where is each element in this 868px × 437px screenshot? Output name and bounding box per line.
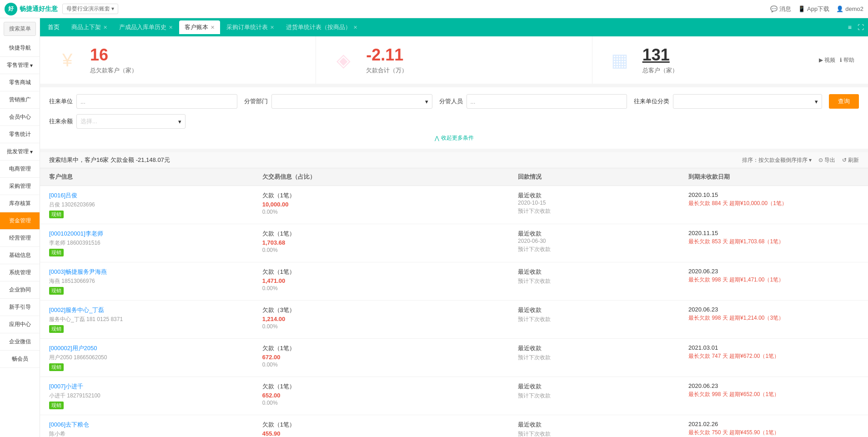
client-name-link-6[interactable]: [0007]小进千: [49, 383, 83, 390]
tab-purchase-stats[interactable]: 采购订单统计表 ✕: [221, 20, 280, 34]
client-tag-2: 现销: [49, 249, 64, 256]
sidebar-item-app-center[interactable]: 应用中心: [0, 316, 40, 333]
debt-info-3: 欠款（1笔） 1,471.00 0.00%: [262, 268, 518, 291]
sidebar-item-label: 零售管理: [7, 61, 29, 69]
sidebar-item-marketing[interactable]: 营销推广: [0, 91, 40, 109]
client-name-link-1[interactable]: [0016]吕俊: [49, 192, 77, 199]
user-avatar[interactable]: 👤 demo2: [836, 5, 863, 12]
tab-inbound-stats[interactable]: 进货单统计表（按商品） ✕: [281, 20, 363, 34]
sort-button[interactable]: 排序：按欠款金额倒序排序 ▾: [742, 156, 812, 164]
sidebar-item-wechat[interactable]: 企业微信: [0, 333, 40, 351]
category-select[interactable]: ▾: [673, 94, 822, 109]
download-icon: 📱: [798, 5, 805, 12]
overdue-link-2[interactable]: 超期¥1,703.68（1笔）: [729, 238, 784, 245]
client-info-2: [0001020001]李老师 李老师 18600391516 现销: [49, 230, 262, 256]
tab-fullscreen-btn[interactable]: ⛶: [856, 22, 866, 33]
overdue-link-5[interactable]: 超期¥672.00（1笔）: [729, 353, 779, 359]
tab-close-icon[interactable]: ✕: [353, 25, 357, 30]
overdue-link-7[interactable]: 超期¥455.90（1笔）: [729, 429, 779, 436]
client-name-link-5[interactable]: [000002]用户2050: [49, 345, 97, 352]
tab-home-label: 首页: [48, 23, 60, 31]
tab-close-icon[interactable]: ✕: [270, 25, 274, 30]
refresh-button[interactable]: ↺ 刷新: [842, 156, 859, 164]
company-selector[interactable]: 母婴行业演示账套 ▾: [62, 4, 118, 14]
date-info-4: 2020.06.23 最长欠款 998 天 超期¥1,214.00（3笔）: [688, 306, 859, 322]
balance-select[interactable]: 选择... ▾: [76, 114, 186, 129]
tab-bar: 首页 商品上下架 ✕ 产成品入库单历史 ✕ 客户账本 ✕ 采购订单统计表 ✕: [40, 18, 868, 36]
date-info-6: 2020.06.23 最长欠款 998 天 超期¥652.00（1笔）: [688, 382, 859, 398]
sidebar-item-retail-mgmt[interactable]: 零售管理 ▾: [0, 57, 40, 74]
sidebar-item-member[interactable]: 会员中心: [0, 109, 40, 126]
sidebar-item-quick-nav[interactable]: 快捷导航: [0, 40, 40, 57]
dept-select[interactable]: ▾: [271, 94, 432, 109]
sidebar-item-capital[interactable]: 资金管理: [0, 212, 40, 230]
date-info-5: 2021.03.01 最长欠款 747 天 超期¥672.00（1笔）: [688, 344, 859, 360]
result-bar: 搜索结果中，客户16家 欠款金额 -21,148.07元 排序：按欠款金额倒序排…: [40, 152, 868, 168]
sidebar-item-member-vip[interactable]: 畅会员: [0, 351, 40, 368]
sidebar-item-operation[interactable]: 经营管理: [0, 230, 40, 247]
client-name-link-3[interactable]: [0003]畅捷服务尹海燕: [49, 268, 107, 275]
filter-dept: 分管部门 ▾: [244, 94, 432, 109]
client-name-link-7[interactable]: [0006]去下粮仓: [49, 421, 89, 428]
tab-product-history[interactable]: 产成品入库单历史 ✕: [114, 20, 178, 34]
search-button[interactable]: 查询: [829, 94, 859, 109]
filter-section: 往来单位 ... 分管部门 ▾: [40, 87, 868, 149]
overdue-customers-number: 16: [90, 45, 137, 65]
sidebar-item-retail-store[interactable]: 零售商城: [0, 74, 40, 91]
sidebar-item-basic[interactable]: 基础信息: [0, 247, 40, 264]
tab-product-list[interactable]: 商品上下架 ✕: [66, 20, 113, 34]
person-placeholder: ...: [471, 98, 476, 105]
collapse-icon: ⋀: [435, 135, 439, 141]
supplier-input[interactable]: ...: [76, 94, 237, 109]
search-menu-btn[interactable]: 搜索菜单: [4, 22, 36, 36]
overdue-link-3[interactable]: 超期¥1,471.00（1笔）: [729, 276, 784, 283]
sidebar-item-purchase[interactable]: 采购管理: [0, 178, 40, 195]
logo-icon: 好: [5, 3, 17, 15]
client-tag-3: 现销: [49, 287, 64, 295]
tab-home[interactable]: 首页: [42, 20, 65, 34]
collapse-row[interactable]: ⋀ 收起更多条件: [49, 134, 859, 142]
person-input[interactable]: ...: [467, 94, 627, 109]
table-row: [0001020001]李老师 李老师 18600391516 现销 欠款（1笔…: [40, 224, 868, 262]
sidebar-item-enterprise[interactable]: 企业协同: [0, 281, 40, 299]
balance-placeholder: 选择...: [80, 117, 97, 126]
sidebar-item-newbie[interactable]: 新手引导: [0, 299, 40, 316]
table-row: [0016]吕俊 吕俊 13026203696 现销 欠款（1笔） 10,000…: [40, 186, 868, 224]
tab-customer-account-label: 客户账本: [185, 23, 208, 31]
sidebar-item-system[interactable]: 系统管理: [0, 264, 40, 281]
client-name-link-4[interactable]: [0002]服务中心_丁磊: [49, 306, 104, 313]
sidebar-item-retail-stats[interactable]: 零售统计: [0, 126, 40, 143]
result-info: 搜索结果中，客户16家 欠款金额 -21,148.07元: [49, 156, 170, 164]
client-info-1: [0016]吕俊 吕俊 13026203696 现销: [49, 191, 262, 218]
tab-close-icon[interactable]: ✕: [169, 25, 173, 30]
client-info-4: [0002]服务中心_丁磊 服务中心_丁磊 181 0125 8371 现销: [49, 306, 262, 333]
client-name-link-2[interactable]: [0001020001]李老师: [49, 230, 103, 237]
help-btn[interactable]: ℹ 帮助: [840, 56, 854, 64]
header-client: 客户信息: [49, 173, 262, 181]
chevron-down-icon: ▾: [809, 157, 812, 163]
debt-info-5: 欠款（1笔） 672.00 0.00%: [262, 344, 518, 368]
client-info-3: [0003]畅捷服务尹海燕 海燕 18513066976 现销: [49, 268, 262, 295]
stat-card-overdue-customers: ¥ 16 总欠款客户（家）: [40, 36, 316, 84]
overdue-link-1[interactable]: 超期¥10,000.00（1笔）: [729, 200, 787, 206]
tab-close-icon[interactable]: ✕: [103, 25, 107, 30]
sidebar-item-ecommerce[interactable]: 电商管理: [0, 161, 40, 178]
tab-customer-account[interactable]: 客户账本 ✕: [179, 20, 220, 34]
return-info-1: 最近收款 2020-10-15 预计下次收款: [518, 191, 688, 215]
overdue-link-4[interactable]: 超期¥1,214.00（3笔）: [729, 315, 784, 321]
message-btn[interactable]: 💬 消息: [770, 5, 791, 13]
export-button[interactable]: ⊙ 导出: [818, 156, 835, 164]
table-row: [0006]去下粮仓 陈小希 现销 欠款（1笔） 455.90 0.00% 最近…: [40, 415, 868, 437]
tab-close-icon[interactable]: ✕: [211, 25, 215, 30]
video-btn[interactable]: ▶ 视频: [819, 56, 835, 64]
tab-menu-btn[interactable]: ≡: [846, 22, 853, 33]
sort-label: 排序：按欠款金额倒序排序: [742, 156, 808, 164]
sidebar-search[interactable]: 搜索菜单: [0, 18, 40, 40]
sidebar-item-batch-mgmt[interactable]: 批发管理 ▾: [0, 143, 40, 161]
overdue-link-6[interactable]: 超期¥652.00（1笔）: [729, 391, 779, 397]
sidebar-item-inventory[interactable]: 库存核算: [0, 195, 40, 212]
return-info-3: 最近收款 预计下次收款: [518, 268, 688, 285]
app-download-btn[interactable]: 📱 App下载: [798, 5, 829, 13]
return-info-6: 最近收款 预计下次收款: [518, 382, 688, 400]
header-date: 到期未收款日期: [688, 173, 859, 181]
